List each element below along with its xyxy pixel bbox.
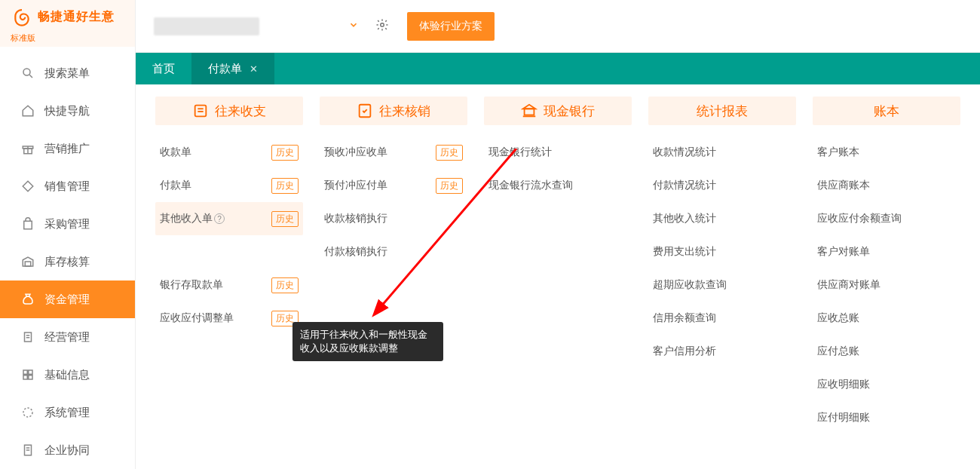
link-receipt-writeoff-exec[interactable]: 收款核销执行 [320,202,467,235]
warehouse-icon [21,255,35,268]
row-label: 客户信用分析 [653,345,716,358]
row-label: 收款情况统计 [653,146,716,159]
link-prereceipt-offset[interactable]: 预收冲应收单历史 [320,136,467,169]
svg-rect-11 [29,370,32,374]
nav-purchase[interactable]: 采购管理 [0,205,135,243]
content: 往来收支 收款单历史 付款单历史 其他收入单?历史 费用单历史 银行存取款单历史… [136,84,980,469]
history-chip[interactable]: 历史 [271,211,299,227]
svg-rect-5 [24,221,32,229]
link-ap-general-ledger[interactable]: 应付总账 [813,335,960,368]
link-other-income-stats[interactable]: 其他收入统计 [648,202,796,235]
link-ar-ap-balance[interactable]: 应收应付余额查询 [813,202,960,235]
row-label: 付款核销执行 [324,245,387,259]
doc-icon [21,443,35,457]
nav-marketing[interactable]: 营销推广 [0,130,135,167]
col-ledger: 账本 客户账本 供应商账本 应收应付余额查询 客户对账单 供应商对账单 应收总账… [813,97,960,434]
row-label: 付款情况统计 [653,179,716,192]
row-label: 应收总账 [817,311,859,325]
nav-sales[interactable]: 销售管理 [0,167,135,205]
row-label: 预收冲应收单 [324,146,387,159]
col-title: 统计报表 [697,103,748,120]
settings-gear-icon[interactable] [375,18,389,35]
main: 体验行业方案 首页 付款单✕ 往来收支 收款单历史 [136,0,980,469]
history-chip[interactable]: 历史 [271,178,299,194]
home-icon [21,104,35,118]
nav-operation[interactable]: 经营管理 [0,318,135,356]
nav-label: 销售管理 [44,179,90,194]
link-prepay-offset[interactable]: 预付冲应付单历史 [320,169,467,202]
link-payment-stats[interactable]: 付款情况统计 [648,169,796,202]
nav-system[interactable]: 系统管理 [0,394,135,431]
row-label: 信用余额查询 [653,311,716,325]
col-head: 往来核销 [320,97,467,125]
link-cash-bank-flow[interactable]: 现金银行流水查询 [484,169,632,202]
svg-rect-6 [25,262,31,266]
nav-search[interactable]: 搜索菜单 [0,54,135,92]
row-label: 现金银行统计 [488,146,552,159]
link-credit-balance[interactable]: 信用余额查询 [648,302,796,335]
link-supplier-statement[interactable]: 供应商对账单 [813,268,960,302]
nav-label: 营销推广 [44,142,90,156]
col-receipts-payments: 往来收支 收款单历史 付款单历史 其他收入单?历史 费用单历史 银行存取款单历史… [155,97,303,434]
nav-funds[interactable]: 资金管理 [0,280,135,318]
row-label: 费用支出统计 [653,245,716,259]
tab-payment[interactable]: 付款单✕ [191,53,274,84]
row-label: 应收明细账 [817,378,870,391]
row-label: 其他收入统计 [653,212,716,225]
link-payment-writeoff-exec[interactable]: 付款核销执行 [320,235,467,268]
row-label: 预付冲应付单 [324,179,387,192]
link-ap-detail-ledger[interactable]: 应付明细账 [813,401,960,434]
link-bank-deposit[interactable]: 银行存取款单历史 [155,268,303,302]
row-label: 应付总账 [817,345,859,358]
tab-label: 首页 [152,62,175,76]
clipboard-icon [21,330,35,344]
row-label: 供应商对账单 [817,278,880,292]
link-receipt-stats[interactable]: 收款情况统计 [648,136,796,169]
nav-label: 库存核算 [44,255,90,269]
row-label: 客户对账单 [817,245,870,259]
help-icon[interactable]: ? [214,213,225,224]
link-other-income[interactable]: 其他收入单?历史 [155,202,303,235]
link-customer-statement[interactable]: 客户对账单 [813,235,960,268]
nav-collab[interactable]: 企业协同 [0,431,135,469]
col-title: 往来核销 [379,103,430,120]
tenant-chevron-icon[interactable] [348,20,359,33]
history-chip[interactable]: 历史 [436,145,463,161]
row-label: 其他收入单 [160,212,213,225]
history-chip[interactable]: 历史 [271,145,299,161]
nav-label: 资金管理 [44,293,90,307]
link-ar-general-ledger[interactable]: 应收总账 [813,302,960,335]
svg-rect-10 [23,370,27,374]
link-ar-detail-ledger[interactable]: 应收明细账 [813,368,960,401]
link-supplier-ledger[interactable]: 供应商账本 [813,169,960,202]
row-label: 收款单 [160,146,191,159]
link-receipt-in[interactable]: 收款单历史 [155,136,303,169]
history-chip[interactable]: 历史 [436,178,463,194]
tab-close-icon[interactable]: ✕ [250,63,258,75]
link-payment-out[interactable]: 付款单历史 [155,169,303,202]
sidebar: 畅捷通好生意 标准版 搜索菜单 快捷导航 营销推广 销售管理 采购管理 库存核算… [0,0,136,469]
link-customer-ledger[interactable]: 客户账本 [813,136,960,169]
row-label: 银行存取款单 [160,278,223,292]
link-overdue-ar[interactable]: 超期应收款查询 [648,268,796,302]
history-chip[interactable]: 历史 [271,277,299,293]
link-expense-stats[interactable]: 费用支出统计 [648,235,796,268]
receipts-icon [192,103,209,119]
link-cash-bank-stats[interactable]: 现金银行统计 [484,136,632,169]
col-title: 现金银行 [544,103,595,120]
nav: 搜索菜单 快捷导航 营销推广 销售管理 采购管理 库存核算 资金管理 经营管理 … [0,47,135,469]
tab-label: 付款单 [208,62,242,76]
nav-inventory[interactable]: 库存核算 [0,243,135,280]
nav-basicinfo[interactable]: 基础信息 [0,356,135,394]
tenant-name-placeholder [154,17,259,35]
row-label: 应付明细账 [817,411,870,425]
link-customer-credit-analysis[interactable]: 客户信用分析 [648,335,796,368]
nav-quicknav[interactable]: 快捷导航 [0,92,135,130]
bag-icon [21,217,35,231]
experience-plan-button[interactable]: 体验行业方案 [407,12,495,41]
logo-icon [12,9,32,29]
tab-home[interactable]: 首页 [136,53,191,84]
writeoff-icon [357,103,373,119]
col-title: 往来收支 [215,103,266,120]
link-ar-ap-adjust[interactable]: 应收应付调整单历史 [155,302,303,335]
